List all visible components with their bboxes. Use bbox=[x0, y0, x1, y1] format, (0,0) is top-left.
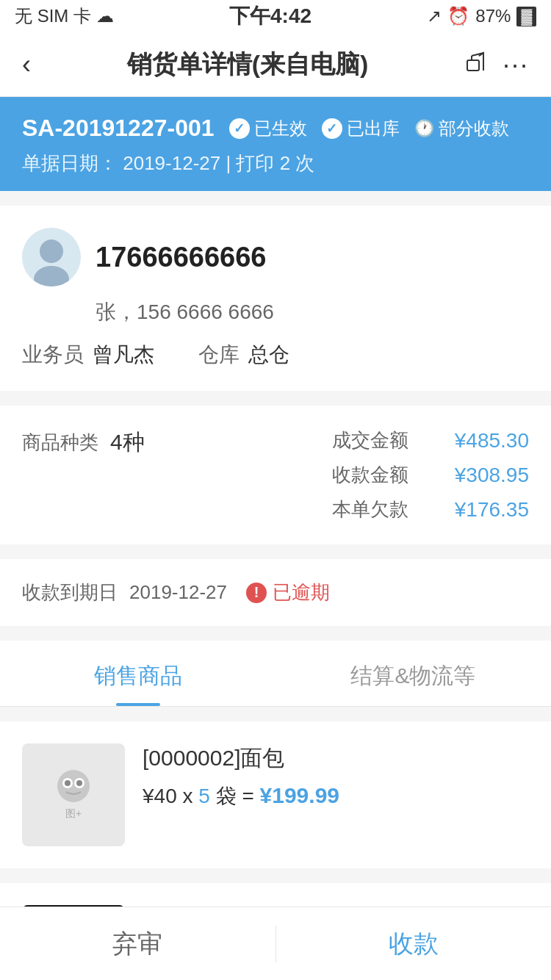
product-image-1: 图+ bbox=[22, 743, 125, 846]
order-header-banner: SA-20191227-001 ✓ 已生效 ✓ 已出库 🕐 部分收款 单据日期：… bbox=[0, 97, 551, 191]
print-info: | 打印 2 次 bbox=[226, 152, 314, 174]
balance-value: ¥176.35 bbox=[426, 498, 529, 522]
due-date-label: 收款到期日 bbox=[22, 580, 118, 605]
share-icon[interactable] bbox=[464, 50, 488, 79]
status-bar: 无 SIM 卡 ☁ 下午4:42 ↗ ⏰ 87% ▓ bbox=[0, 0, 551, 32]
product-eq-1: = bbox=[242, 785, 259, 807]
product-unit-1: 袋 bbox=[216, 785, 237, 807]
payment-amount-row: 收款金额 ¥308.95 bbox=[332, 462, 529, 488]
balance-row: 本单欠款 ¥176.35 bbox=[332, 497, 529, 522]
summary-section: 商品种类 4种 成交金额 ¥485.30 收款金额 ¥308.95 本单欠款 ¥… bbox=[0, 406, 551, 544]
order-date: 2019-12-27 bbox=[123, 152, 220, 174]
battery-icon: ▓ bbox=[516, 7, 536, 26]
payment-amount-label: 收款金额 bbox=[332, 462, 408, 488]
product-card-1: 图+ [0000002]面包 ¥40 x 5 袋 = ¥199.99 bbox=[0, 721, 551, 868]
badge-effective-label: 已生效 bbox=[254, 117, 307, 140]
badge-shipped-label: 已出库 bbox=[347, 117, 400, 140]
due-date-section: 收款到期日 2019-12-27 ! 已逾期 bbox=[0, 559, 551, 626]
product-total-1: ¥199.99 bbox=[260, 783, 339, 807]
product-kind: 商品种类 4种 bbox=[22, 428, 145, 458]
product-name-1: [0000002]面包 bbox=[143, 743, 529, 774]
order-date-info: 单据日期： 2019-12-27 | 打印 2 次 bbox=[22, 151, 529, 176]
order-id: SA-20191227-001 bbox=[22, 115, 215, 142]
product-price-row-1: ¥40 x 5 袋 = ¥199.99 bbox=[143, 782, 529, 810]
svg-text:图+: 图+ bbox=[65, 807, 82, 819]
status-time: 下午4:42 bbox=[229, 2, 311, 30]
sim-status: 无 SIM 卡 ☁ bbox=[15, 4, 114, 28]
product-kind-value: 4种 bbox=[110, 428, 145, 458]
product-info-1: [0000002]面包 ¥40 x 5 袋 = ¥199.99 bbox=[143, 743, 529, 810]
customer-meta: 业务员 曾凡杰 仓库 总仓 bbox=[22, 341, 529, 369]
date-label: 单据日期： bbox=[22, 152, 118, 174]
bottom-bar: 弃审 收款 bbox=[0, 907, 551, 980]
tab-sales-products[interactable]: 销售商品 bbox=[0, 641, 276, 706]
product-price-base-1: ¥40 bbox=[143, 785, 177, 807]
warehouse: 仓库 总仓 bbox=[198, 341, 289, 369]
badge-effective: ✓ 已生效 bbox=[229, 117, 307, 140]
customer-avatar bbox=[22, 228, 81, 287]
svg-point-12 bbox=[76, 780, 82, 786]
battery-status: 87% bbox=[475, 6, 511, 26]
cancel-review-button[interactable]: 弃审 bbox=[0, 912, 276, 976]
customer-contact: 张，156 6666 6666 bbox=[22, 298, 529, 326]
balance-label: 本单欠款 bbox=[332, 497, 408, 522]
tabs-section: 销售商品 结算&物流等 bbox=[0, 641, 551, 707]
sales-value: 曾凡杰 bbox=[93, 341, 154, 369]
badge-partial-label: 部分收款 bbox=[439, 117, 509, 140]
deal-amount-label: 成交金额 bbox=[332, 428, 408, 453]
back-icon: ‹ bbox=[22, 49, 31, 79]
warehouse-label: 仓库 bbox=[198, 341, 240, 369]
svg-rect-0 bbox=[467, 60, 479, 71]
badge-shipped: ✓ 已出库 bbox=[322, 117, 400, 140]
status-left: 无 SIM 卡 ☁ bbox=[15, 4, 114, 28]
deal-amount-value: ¥485.30 bbox=[426, 429, 529, 453]
due-date-value: 2019-12-27 bbox=[129, 581, 227, 604]
status-right: ↗ ⏰ 87% ▓ bbox=[427, 6, 536, 26]
product-kind-label: 商品种类 bbox=[22, 430, 98, 455]
product-price-x-1: x bbox=[183, 785, 199, 807]
svg-point-5 bbox=[40, 239, 63, 263]
tabs-row: 销售商品 结算&物流等 bbox=[0, 641, 551, 706]
alarm-icon: ⏰ bbox=[447, 6, 469, 26]
warehouse-value: 总仓 bbox=[248, 341, 289, 369]
check-icon-1: ✓ bbox=[229, 118, 250, 139]
back-button[interactable]: ‹ bbox=[22, 49, 31, 80]
overdue-text: 已逾期 bbox=[273, 580, 330, 605]
financial-summary: 成交金额 ¥485.30 收款金额 ¥308.95 本单欠款 ¥176.35 bbox=[332, 428, 529, 522]
customer-id: 17666666666 bbox=[96, 242, 266, 273]
svg-point-8 bbox=[57, 770, 90, 802]
payment-amount-value: ¥308.95 bbox=[426, 464, 529, 487]
overdue-badge: ! 已逾期 bbox=[246, 580, 330, 605]
svg-point-11 bbox=[65, 780, 71, 786]
page-title: 销货单详情(来自电脑) bbox=[127, 48, 369, 82]
tab-settlement[interactable]: 结算&物流等 bbox=[276, 641, 551, 706]
more-icon[interactable]: ··· bbox=[503, 49, 529, 80]
deal-amount-row: 成交金额 ¥485.30 bbox=[332, 428, 529, 453]
product-qty-1: 5 bbox=[198, 785, 210, 807]
check-icon-2: ✓ bbox=[322, 118, 342, 139]
sales-label: 业务员 bbox=[22, 341, 84, 369]
product-image-placeholder-1: 图+ bbox=[22, 743, 125, 846]
nav-actions: ··· bbox=[464, 49, 529, 80]
clock-icon: 🕐 bbox=[414, 119, 434, 138]
customer-section: 17666666666 张，156 6666 6666 业务员 曾凡杰 仓库 总… bbox=[0, 206, 551, 391]
sales-person: 业务员 曾凡杰 bbox=[22, 341, 154, 369]
nav-bar: ‹ 销货单详情(来自电脑) ··· bbox=[0, 32, 551, 97]
location-icon: ↗ bbox=[427, 6, 442, 26]
overdue-icon: ! bbox=[246, 583, 267, 603]
payment-button[interactable]: 收款 bbox=[276, 912, 552, 976]
badge-partial-payment: 🕐 部分收款 bbox=[414, 117, 509, 140]
